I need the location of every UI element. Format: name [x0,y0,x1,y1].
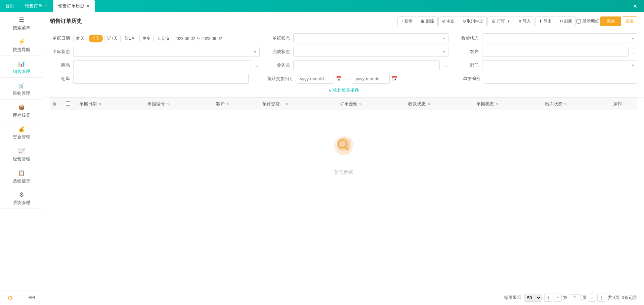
completion-status-select[interactable] [293,47,448,57]
sidebar-item-base-info-label: 基础信息 [13,178,30,184]
sidebar-item-finance[interactable]: 💰 资金管理 [0,121,43,143]
warehouse-ellipsis[interactable]: ... [251,76,257,81]
new-button[interactable]: + 新增 [397,16,416,26]
next-page-btn[interactable]: › [588,294,596,302]
sidebar-item-quick-nav[interactable]: ⚡ 快捷导航 [0,34,43,56]
filter-area: 单据日期 昨天 今天 近7天 近1月 更多 自定义 2023-06-02 至 2… [43,29,644,98]
expected-date-from[interactable] [297,74,334,84]
th-amount[interactable]: 订单金额 ⇅ [337,98,405,110]
sidebar-item-quick-nav-label: 快捷导航 [13,47,30,53]
date-7days[interactable]: 近7天 [104,35,121,42]
expected-date-label: 预计交货日期 [267,76,297,82]
calendar-to-icon[interactable]: 📅 [392,76,397,81]
th-date[interactable]: 单据日期 ⇅ [77,98,145,110]
sidebar-item-operation-label: 经营管理 [13,156,30,162]
quick-nav-icon: ⚡ [18,38,25,45]
sidebar-collapse-icon[interactable]: ◀◀ [28,294,35,302]
th-payment-status[interactable]: 收款状态 ⇅ [405,98,474,110]
collapse-link[interactable]: ∧ 收起更多条件 [50,87,637,93]
settings-icon: ⚙ [52,102,56,107]
sidebar-item-sys-mgmt[interactable]: ⚙ 系统管理 [0,187,43,209]
date-custom[interactable]: 自定义 [155,35,173,42]
stop-button[interactable]: ⊘ 中止 [438,16,458,26]
date-range: 2023-06-02 至 2023-06-02 [174,36,222,42]
th-operations: 操作 [610,98,637,110]
tab-sales-order-history-close[interactable]: ✕ [86,4,89,8]
tab-sales-order[interactable]: 销售订单 ✕ [19,0,53,12]
window-close-btn[interactable]: ✕ [630,2,640,11]
date-label: 单据日期 [50,35,73,41]
search-button[interactable]: 查询 [600,16,621,26]
date-more[interactable]: 更多 [139,35,154,42]
tab-home[interactable]: 首页 [0,0,19,12]
sidebar-settings-icon[interactable]: ⚙ [7,294,13,302]
sort-payment-status-icon: ⇅ [428,102,430,106]
empty-illustration [327,130,360,164]
sort-customer-icon: ⇅ [226,102,229,106]
print-button[interactable]: 🖨 打印 ▼ [487,16,514,26]
goods-ellipsis[interactable]: ... [253,63,260,68]
first-page-btn[interactable]: ⟪ [544,294,552,302]
payment-status-select[interactable] [482,33,637,43]
department-label: 部门 [459,62,482,68]
print-dropdown-icon: ▼ [507,20,510,23]
show-detail-input[interactable] [576,19,581,24]
tab-sales-order-history[interactable]: 销售订单历史 ✕ [53,0,95,12]
date-separator: — [343,76,351,81]
goods-input[interactable] [73,60,251,70]
date-today[interactable]: 今天 [89,35,103,42]
customer-input[interactable] [482,47,629,57]
customer-ellipsis[interactable]: ... [631,49,637,54]
operation-icon: 📈 [18,147,25,155]
delete-button[interactable]: 🗑 删除 [417,16,437,26]
sidebar-item-sales-mgmt[interactable]: 📊 销售管理 [0,56,43,78]
sidebar-item-purchase-mgmt[interactable]: 🛒 采购管理 [0,78,43,100]
department-select[interactable] [482,60,637,70]
salesperson-input[interactable] [293,60,440,70]
svg-point-7 [349,138,350,138]
delivery-status-select[interactable] [73,47,260,57]
salesperson-ellipsis[interactable]: ... [442,63,448,68]
th-delivery-status[interactable]: 出库状态 ⇅ [542,98,610,110]
sort-amount-icon: ⇅ [359,102,362,106]
salesperson-label: 业务员 [270,62,293,68]
warehouse-input[interactable] [73,74,249,84]
page-input[interactable] [569,294,581,301]
import-button[interactable]: ⬆ 导入 [515,16,534,26]
th-order-status[interactable]: 单据状态 ⇅ [474,98,542,110]
last-page-btn[interactable]: ⟫ [597,294,605,302]
sort-delivery-status-icon: ⇅ [564,102,567,106]
collapse-label: 收起更多条件 [333,87,359,93]
refresh-button[interactable]: ↻ 刷新 [556,16,576,26]
prev-page-btn[interactable]: ‹ [554,294,562,302]
cancel-stop-button[interactable]: ⊘ 取消中止 [459,16,487,26]
select-all-checkbox[interactable] [66,101,70,106]
page-label: 第 [563,295,567,301]
sidebar-item-inventory-label: 库存核算 [13,112,30,118]
show-detail-checkbox[interactable]: 显示明细 [576,18,600,24]
tab-sales-order-close[interactable]: ✕ [44,4,47,8]
sidebar-item-operation[interactable]: 📈 经营管理 [0,143,43,165]
sidebar-item-search-menu[interactable]: ☰ 搜索菜单 [0,12,43,34]
th-order-no[interactable]: 单据编号 ⇅ [145,98,213,110]
page-suffix: 页 [582,295,587,301]
date-1month[interactable]: 近1月 [122,35,138,42]
export-button[interactable]: ⬇ 导出 [535,16,555,26]
th-customer[interactable]: 客户 ⇅ [213,98,260,110]
expected-date-to[interactable] [353,74,390,84]
sidebar-item-inventory[interactable]: 📦 库存核算 [0,100,43,121]
sidebar-item-base-info[interactable]: 📋 基础信息 [0,165,43,187]
per-page-select[interactable]: 50 10 20 100 [524,294,542,302]
th-expected-delivery[interactable]: 预计交货... ⇅ [260,98,337,110]
purchase-mgmt-icon: 🛒 [18,82,25,89]
settings-button[interactable]: 设置 [622,16,637,26]
order-status-label: 单据状态 [270,35,293,41]
order-status-select[interactable] [293,33,448,43]
content-area: 销售订单历史 + 新增 🗑 删除 ⊘ 中止 ⊘ 取消中止 🖨 打印 ▼ ⬆ 导入… [43,12,644,305]
order-no-input[interactable] [484,74,637,84]
th-settings[interactable]: ⚙ [50,98,63,110]
th-checkbox [63,98,77,110]
calendar-from-icon[interactable]: 📅 [336,76,342,81]
data-table: ⚙ 单据日期 ⇅ 单据编号 ⇅ [50,98,637,196]
date-yesterday[interactable]: 昨天 [73,35,87,42]
